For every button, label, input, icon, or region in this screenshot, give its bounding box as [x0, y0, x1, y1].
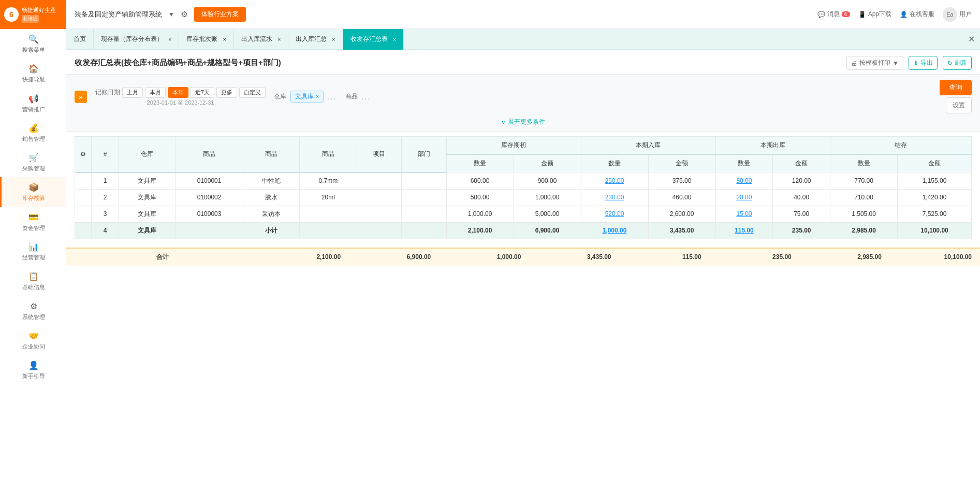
- tab-inventory_dist[interactable]: 现存量（库存分布表）×: [94, 29, 179, 50]
- print-label: 按模板打印: [859, 59, 890, 67]
- footer-totals: 合计 2,100.00 6,900.00 1,000.00 3,435.00 1…: [66, 248, 980, 266]
- in-qty-cell[interactable]: 250.00: [581, 172, 648, 190]
- tab-inout_summary[interactable]: 出入库汇总×: [288, 29, 343, 50]
- bal-qty-header: 数量: [830, 154, 898, 172]
- in-qty-cell[interactable]: 520.00: [581, 206, 648, 222]
- row-settings-cell: [75, 172, 92, 190]
- out-qty-cell[interactable]: 115.00: [715, 222, 773, 239]
- row-dept: [402, 222, 446, 239]
- row-code: 0100001: [175, 172, 243, 190]
- warehouse-filter-label: 仓库: [274, 92, 286, 101]
- purchase-icon: 🛒: [28, 153, 39, 163]
- footer-out-amt: 235.00: [701, 253, 792, 260]
- prev-month-btn[interactable]: 上月: [122, 87, 143, 98]
- curr-month-btn[interactable]: 本月: [145, 87, 166, 98]
- curr-year-btn[interactable]: 本年: [168, 87, 188, 98]
- bal-qty-cell: 1,505.00: [830, 206, 898, 222]
- tab-home[interactable]: 首页: [66, 29, 94, 50]
- tab-close-inout_summary[interactable]: ×: [332, 36, 335, 42]
- balance-group-header: 结存: [830, 137, 972, 155]
- quicknav-icon: 🏠: [28, 64, 39, 74]
- tab-recv_send_summary[interactable]: 收发存汇总表×: [343, 29, 404, 50]
- footer-label: 合计: [75, 253, 251, 262]
- close-window-button[interactable]: ✕: [963, 29, 980, 50]
- tab-close-recv_send_summary[interactable]: ×: [393, 36, 396, 42]
- sidebar-item-capital[interactable]: 💳资金管理: [0, 207, 66, 237]
- sidebar: 6 畅捷通好生意 标准版 🔍搜索菜单🏠快捷导航📢营销推广💰销售管理🛒采购管理📦库…: [0, 0, 66, 478]
- page-actions: 🖨 按模板打印 ▼ ⬇ 导出 ↻ 刷新: [846, 56, 972, 70]
- sidebar-item-inventory[interactable]: 📦库存核算: [0, 177, 66, 207]
- footer-opening-amt: 6,900.00: [341, 253, 431, 260]
- filter-expand-button[interactable]: »: [75, 91, 87, 103]
- tab-label-home: 首页: [74, 35, 86, 44]
- in-amt-cell: 3,435.00: [648, 222, 715, 239]
- out-qty-cell[interactable]: 80.00: [715, 172, 773, 190]
- tab-batch[interactable]: 库存批次账×: [179, 29, 233, 50]
- row-dept: [402, 172, 446, 190]
- column-settings-header[interactable]: ⚙: [75, 137, 92, 172]
- settings-button[interactable]: 设置: [946, 97, 972, 113]
- out-qty-cell[interactable]: 20.00: [715, 189, 773, 206]
- expand-more-conditions[interactable]: ∨ 展开更多条件: [501, 118, 545, 126]
- warehouse-tag[interactable]: 文具库 ×: [290, 91, 324, 103]
- messages-button[interactable]: 💬 消息 6: [817, 10, 850, 19]
- user-button[interactable]: Ea 用户: [943, 7, 972, 22]
- sidebar-item-enterprise[interactable]: 🤝企业协同: [0, 326, 66, 355]
- in-group-header: 本期入库: [581, 137, 715, 155]
- refresh-button[interactable]: ↻ 刷新: [943, 56, 972, 70]
- custom-date-btn[interactable]: 自定义: [239, 87, 266, 98]
- sidebar-item-purchase[interactable]: 🛒采购管理: [0, 148, 66, 177]
- sidebar-item-operations[interactable]: 📊经营管理: [0, 237, 66, 266]
- goods-more-icon[interactable]: ...: [362, 93, 371, 101]
- gear-icon[interactable]: ⚙: [181, 9, 188, 19]
- in-qty-cell[interactable]: 1,000.00: [581, 222, 648, 239]
- tab-close-inout_flow[interactable]: ×: [277, 36, 281, 42]
- footer-out-qty: 115.00: [611, 253, 701, 260]
- footer-bal-amt: 10,100.00: [882, 253, 972, 260]
- sidebar-item-label-operations: 经营管理: [22, 254, 45, 261]
- 7days-btn[interactable]: 近7天: [191, 87, 214, 98]
- out-qty-cell[interactable]: 15.00: [715, 206, 773, 222]
- opening-group-header: 库存期初: [446, 137, 581, 155]
- tab-inout_flow[interactable]: 出入库流水×: [234, 29, 288, 50]
- row-settings-cell: [75, 189, 92, 206]
- row-code: 0100003: [175, 206, 243, 222]
- app-download-button[interactable]: 📱 App下载: [858, 10, 891, 19]
- capital-icon: 💳: [28, 212, 39, 222]
- warehouse-tag-close-icon[interactable]: ×: [316, 94, 319, 99]
- export-button[interactable]: ⬇ 导出: [909, 56, 938, 70]
- opening-qty-cell: 1,000.00: [446, 206, 514, 222]
- system-dropdown[interactable]: ▼: [168, 11, 174, 18]
- query-button[interactable]: 查询: [940, 80, 972, 95]
- bal-amt-header: 金额: [898, 154, 972, 172]
- sidebar-item-basic[interactable]: 📋基础信息: [0, 266, 66, 296]
- sidebar-item-marketing[interactable]: 📢营销推广: [0, 89, 66, 118]
- more-date-btn[interactable]: 更多: [216, 87, 237, 98]
- sidebar-item-search[interactable]: 🔍搜索菜单: [0, 29, 66, 59]
- sidebar-item-system[interactable]: ⚙系统管理: [0, 296, 66, 326]
- sidebar-item-label-newuser: 新手引导: [22, 372, 45, 380]
- row-code: 0100002: [175, 189, 243, 206]
- out-amt-cell: 120.00: [773, 172, 830, 190]
- trial-button[interactable]: 体验行业方案: [194, 7, 246, 22]
- sidebar-item-newuser[interactable]: 👤新手引导: [0, 355, 66, 385]
- main-content: 收发存汇总表(按仓库+商品编码+商品+规格型号+项目+部门) 🖨 按模板打印 ▼…: [66, 50, 980, 478]
- warehouse-tag-text: 文具库: [295, 92, 314, 101]
- out-amt-header: 金额: [773, 154, 830, 172]
- row-settings-cell: [75, 222, 92, 239]
- in-qty-cell[interactable]: 230.00: [581, 189, 648, 206]
- tabbar: 首页现存量（库存分布表）×库存批次账×出入库流水×出入库汇总×收发存汇总表× ✕: [66, 29, 980, 50]
- row-name: 采访本: [243, 206, 299, 222]
- online-service-button[interactable]: 👤 在线客服: [900, 10, 934, 19]
- out-qty-header: 数量: [715, 154, 773, 172]
- table-row: 2 文具库 0100002 胶水 20ml 500.00 1,000.00 23…: [75, 189, 972, 206]
- print-button[interactable]: 🖨 按模板打印 ▼: [846, 56, 903, 70]
- opening-amt-cell: 1,000.00: [514, 189, 581, 206]
- tab-close-inventory_dist[interactable]: ×: [168, 36, 171, 42]
- chevron-down-icon: ∨: [501, 119, 506, 126]
- row-warehouse: 文具库: [119, 206, 175, 222]
- sidebar-item-quicknav[interactable]: 🏠快捷导航: [0, 59, 66, 88]
- warehouse-more-icon[interactable]: ...: [328, 93, 337, 101]
- sidebar-item-sales[interactable]: 💰销售管理: [0, 118, 66, 148]
- tab-close-batch[interactable]: ×: [223, 36, 226, 42]
